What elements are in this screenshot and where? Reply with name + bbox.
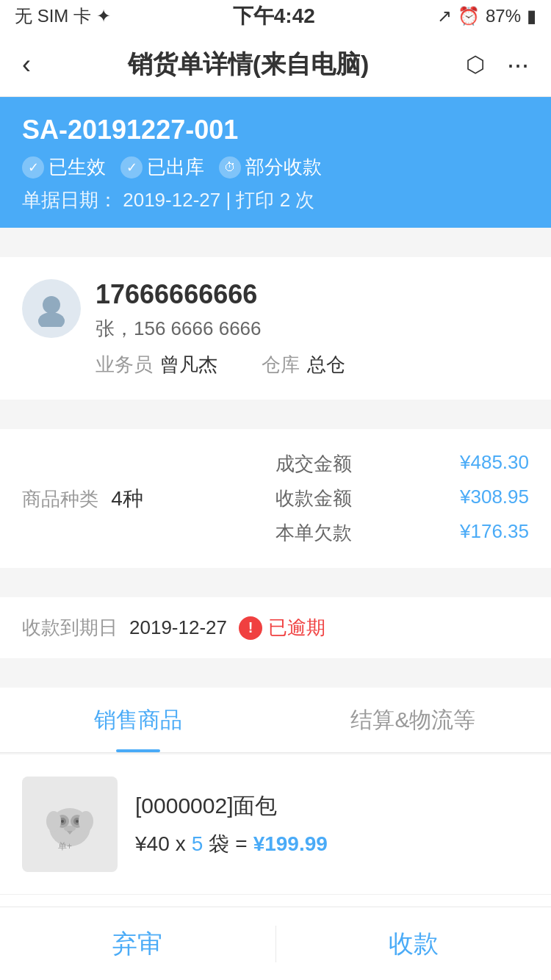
customer-avatar bbox=[22, 279, 81, 338]
overdue-badge: ! 已逾期 bbox=[239, 615, 325, 641]
print-info: | 打印 2 次 bbox=[226, 189, 314, 211]
customer-id: 17666666666 bbox=[96, 279, 529, 310]
badge-effective: ✓ 已生效 bbox=[22, 154, 106, 180]
due-date-value: 2019-12-27 bbox=[129, 616, 227, 639]
nav-right-actions: ⬡ ··· bbox=[466, 49, 529, 80]
product-1-placeholder: 单+ bbox=[22, 777, 118, 872]
due-date-label: 收款到期日 bbox=[22, 615, 118, 641]
tab-settlement-label: 结算&物流等 bbox=[350, 705, 475, 735]
sales-person: 业务员 曾凡杰 bbox=[96, 352, 217, 378]
order-date: 2019-12-27 bbox=[123, 189, 220, 211]
nav-bar: ‹ 销货单详情(来自电脑) ⬡ ··· bbox=[0, 32, 551, 97]
deal-amount-row: 成交金额 ¥485.30 bbox=[276, 451, 529, 477]
svg-point-9 bbox=[64, 826, 76, 832]
order-date-info: 单据日期： 2019-12-27 | 打印 2 次 bbox=[22, 187, 529, 213]
order-header-banner: SA-20191227-001 ✓ 已生效 ✓ 已出库 ⏱ 部分收款 单据日期：… bbox=[0, 97, 551, 228]
product-1-qty: 5 bbox=[192, 832, 204, 856]
check-icon-1: ✓ bbox=[22, 156, 44, 179]
tab-settlement[interactable]: 结算&物流等 bbox=[276, 688, 551, 752]
financial-amounts: 成交金额 ¥485.30 收款金额 ¥308.95 本单欠款 ¥176.35 bbox=[276, 451, 529, 546]
warehouse-value: 总仓 bbox=[307, 352, 345, 378]
status-bar-right: ↗ ⏰ 87% ▮ bbox=[437, 6, 536, 26]
check-icon-2: ✓ bbox=[120, 156, 143, 179]
sales-label: 业务员 bbox=[96, 352, 153, 378]
received-amount-row: 收款金额 ¥308.95 bbox=[276, 486, 529, 511]
bottom-bar: 弃审 收款 bbox=[0, 907, 551, 980]
battery-level: 87% bbox=[486, 6, 521, 26]
product-1-image: 单+ bbox=[22, 777, 118, 872]
owed-amount-label: 本单欠款 bbox=[276, 520, 352, 546]
product-types: 商品种类 4种 bbox=[22, 485, 276, 513]
tab-sales-products[interactable]: 销售商品 bbox=[0, 688, 276, 752]
product-1-unit-price: ¥40 bbox=[135, 832, 170, 856]
battery-icon: ▮ bbox=[527, 6, 536, 26]
order-id: SA-20191227-001 bbox=[22, 115, 529, 145]
overdue-text: 已逾期 bbox=[268, 615, 325, 641]
due-date-section: 收款到期日 2019-12-27 ! 已逾期 bbox=[0, 597, 551, 658]
sales-value: 曾凡杰 bbox=[160, 352, 217, 378]
divider-2 bbox=[0, 400, 551, 414]
page-title: 销货单详情(来自电脑) bbox=[128, 48, 370, 82]
divider-4 bbox=[0, 658, 551, 673]
clock-icon: ⏱ bbox=[219, 156, 241, 179]
badge-shipped: ✓ 已出库 bbox=[120, 154, 204, 180]
order-badges: ✓ 已生效 ✓ 已出库 ⏱ 部分收款 bbox=[22, 154, 529, 180]
product-1-total: ¥199.99 bbox=[253, 832, 328, 856]
confirm-button[interactable]: 收款 bbox=[276, 907, 552, 980]
deal-amount-value: ¥485.30 bbox=[460, 451, 529, 477]
svg-point-11 bbox=[46, 811, 61, 832]
deal-amount-label: 成交金额 bbox=[276, 451, 352, 477]
owed-amount-row: 本单欠款 ¥176.35 bbox=[276, 520, 529, 546]
share-button[interactable]: ⬡ bbox=[466, 51, 485, 77]
badge-shipped-label: 已出库 bbox=[147, 154, 204, 180]
warehouse: 仓库 总仓 bbox=[262, 352, 345, 378]
product-1-equals: = bbox=[235, 832, 247, 856]
divider-1 bbox=[0, 228, 551, 242]
product-types-label: 商品种类 bbox=[22, 488, 98, 510]
product-1-info: [0000002]面包 ¥40 x 5 袋 = ¥199.99 bbox=[135, 791, 529, 858]
svg-point-8 bbox=[76, 820, 79, 823]
badge-partial-payment: ⏱ 部分收款 bbox=[219, 154, 322, 180]
cancel-button[interactable]: 弃审 bbox=[0, 907, 276, 980]
amount-section: 商品种类 4种 成交金额 ¥485.30 收款金额 ¥308.95 本单欠款 ¥… bbox=[0, 429, 551, 568]
product-1-unit: 袋 bbox=[209, 830, 229, 858]
warehouse-label: 仓库 bbox=[262, 352, 300, 378]
status-bar-left: 无 SIM 卡 ✦ bbox=[15, 4, 111, 28]
svg-point-1 bbox=[38, 312, 65, 327]
svg-point-7 bbox=[61, 820, 64, 823]
product-1-price: ¥40 x 5 袋 = ¥199.99 bbox=[135, 830, 529, 858]
svg-point-0 bbox=[43, 296, 60, 314]
date-label: 单据日期： bbox=[22, 189, 118, 211]
product-1-name: [0000002]面包 bbox=[135, 791, 529, 821]
customer-section: 17666666666 张，156 6666 6666 业务员 曾凡杰 仓库 总… bbox=[0, 257, 551, 400]
status-bar-time: 下午4:42 bbox=[233, 2, 315, 30]
sim-status: 无 SIM 卡 ✦ bbox=[15, 4, 111, 28]
overdue-icon: ! bbox=[239, 616, 262, 640]
product-1-multiply: x bbox=[176, 832, 186, 856]
more-button[interactable]: ··· bbox=[507, 49, 529, 80]
badge-partial-label: 部分收款 bbox=[245, 154, 322, 180]
back-button[interactable]: ‹ bbox=[22, 49, 31, 80]
tab-sales-products-label: 销售商品 bbox=[94, 705, 182, 735]
customer-contact: 张，156 6666 6666 bbox=[96, 316, 529, 342]
owed-amount-value: ¥176.35 bbox=[460, 520, 529, 546]
received-amount-label: 收款金额 bbox=[276, 486, 352, 511]
divider-3 bbox=[0, 568, 551, 583]
product-item: 单+ [0000002]面包 ¥40 x 5 袋 = ¥199.99 bbox=[0, 754, 551, 895]
alarm-icon: ⏰ bbox=[458, 6, 480, 26]
svg-point-12 bbox=[79, 811, 93, 832]
svg-text:单+: 单+ bbox=[58, 841, 72, 851]
product-types-value: 4种 bbox=[111, 487, 143, 510]
status-bar: 无 SIM 卡 ✦ 下午4:42 ↗ ⏰ 87% ▮ bbox=[0, 0, 551, 32]
customer-meta: 业务员 曾凡杰 仓库 总仓 bbox=[96, 352, 529, 378]
received-amount-value: ¥308.95 bbox=[460, 486, 529, 511]
tabs-section: 销售商品 结算&物流等 bbox=[0, 688, 551, 753]
location-icon: ↗ bbox=[437, 6, 452, 26]
customer-info: 17666666666 张，156 6666 6666 业务员 曾凡杰 仓库 总… bbox=[96, 279, 529, 378]
badge-effective-label: 已生效 bbox=[48, 154, 106, 180]
